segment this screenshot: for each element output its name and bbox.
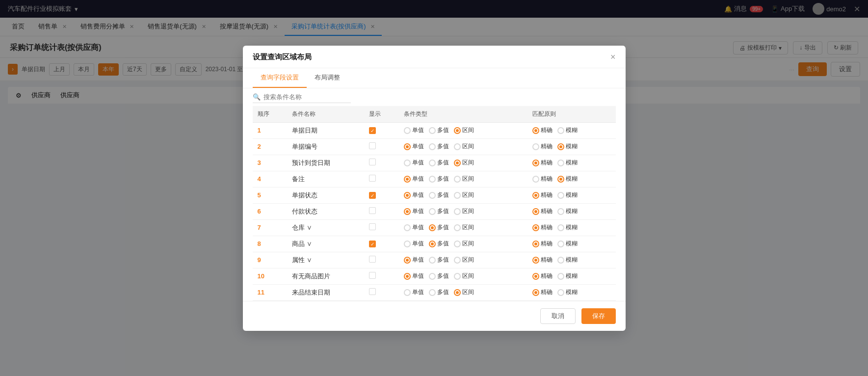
match-radio-option[interactable]: 精确 xyxy=(532,126,552,134)
match-radio-option[interactable]: 精确 xyxy=(532,207,552,215)
display-checkbox[interactable] xyxy=(369,192,376,199)
match-radio-option[interactable]: 精确 xyxy=(532,159,552,167)
radio-circle xyxy=(532,176,539,183)
radio-circle xyxy=(532,273,539,278)
type-radio-option[interactable]: 区间 xyxy=(454,240,474,248)
display-checkbox[interactable] xyxy=(369,175,376,182)
match-radio-option[interactable]: 模糊 xyxy=(557,223,578,232)
row-display[interactable] xyxy=(364,171,399,187)
radio-circle xyxy=(404,127,411,134)
dialog-tab-layout[interactable]: 布局调整 xyxy=(307,68,348,88)
radio-circle xyxy=(532,192,539,199)
display-checkbox[interactable] xyxy=(369,207,376,214)
radio-circle xyxy=(557,273,564,278)
row-name: 单据状态 xyxy=(287,187,364,203)
type-radio-option[interactable]: 单值 xyxy=(404,272,424,277)
type-radio-option[interactable]: 多值 xyxy=(429,191,449,199)
type-radio-option[interactable]: 区间 xyxy=(454,175,474,183)
type-radio-option[interactable]: 多值 xyxy=(429,159,449,167)
match-radio-option[interactable]: 模糊 xyxy=(557,142,578,151)
radio-circle xyxy=(429,273,436,278)
row-type: 单值多值区间 xyxy=(399,138,527,155)
type-radio-option[interactable]: 多值 xyxy=(429,272,449,277)
type-radio-option[interactable]: 区间 xyxy=(454,191,474,199)
match-radio-option[interactable]: 模糊 xyxy=(557,256,578,264)
radio-circle xyxy=(404,273,411,278)
type-radio-option[interactable]: 区间 xyxy=(454,256,474,264)
match-radio-option[interactable]: 模糊 xyxy=(557,159,578,167)
type-radio-option[interactable]: 单值 xyxy=(404,223,424,232)
display-checkbox[interactable] xyxy=(369,159,376,165)
match-radio-option[interactable]: 精确 xyxy=(532,175,552,183)
row-display[interactable] xyxy=(364,138,399,155)
row-display[interactable] xyxy=(364,236,399,252)
row-display[interactable] xyxy=(364,252,399,268)
match-radio-option[interactable]: 模糊 xyxy=(557,207,578,215)
display-checkbox[interactable] xyxy=(369,256,376,263)
radio-circle xyxy=(532,127,539,134)
type-radio-option[interactable]: 多值 xyxy=(429,240,449,248)
type-radio-option[interactable]: 多值 xyxy=(429,175,449,183)
row-display[interactable] xyxy=(364,155,399,171)
match-radio-option[interactable]: 精确 xyxy=(532,272,552,277)
radio-circle xyxy=(454,176,461,183)
radio-circle xyxy=(532,208,539,215)
type-radio-option[interactable]: 区间 xyxy=(454,142,474,151)
row-seq: 5 xyxy=(253,187,288,203)
dialog-header: 设置查询区域布局 × xyxy=(243,46,626,68)
row-display[interactable] xyxy=(364,219,399,236)
type-radio-option[interactable]: 区间 xyxy=(454,223,474,232)
row-display[interactable] xyxy=(364,122,399,138)
dialog-tab-query[interactable]: 查询字段设置 xyxy=(253,68,307,88)
match-radio-option[interactable]: 精确 xyxy=(532,191,552,199)
type-radio-option[interactable]: 区间 xyxy=(454,126,474,134)
type-radio-option[interactable]: 区间 xyxy=(454,272,474,277)
search-icon: 🔍 xyxy=(253,93,261,101)
match-radio-option[interactable]: 模糊 xyxy=(557,272,578,277)
display-checkbox[interactable] xyxy=(369,241,376,247)
search-input[interactable] xyxy=(263,93,342,101)
match-radio-option[interactable]: 模糊 xyxy=(557,175,578,183)
type-radio-option[interactable]: 单值 xyxy=(404,191,424,199)
type-radio-option[interactable]: 单值 xyxy=(404,175,424,183)
display-checkbox[interactable] xyxy=(369,127,376,134)
match-radio-option[interactable]: 模糊 xyxy=(557,191,578,199)
type-radio-option[interactable]: 多值 xyxy=(429,223,449,232)
row-type: 单值多值区间 xyxy=(399,171,527,187)
dialog-close-button[interactable]: × xyxy=(610,53,616,61)
type-radio-option[interactable]: 单值 xyxy=(404,256,424,264)
settings-dialog: 设置查询区域布局 × 查询字段设置 布局调整 🔍 顺序 条件名称 显示 xyxy=(243,46,626,278)
row-type: 单值多值区间 xyxy=(399,203,527,219)
radio-circle xyxy=(557,127,564,134)
row-display[interactable] xyxy=(364,187,399,203)
row-name: 单据日期 xyxy=(287,122,364,138)
display-checkbox[interactable] xyxy=(369,272,376,277)
match-radio-option[interactable]: 精确 xyxy=(532,223,552,232)
row-match: 精确模糊 xyxy=(527,219,616,236)
display-checkbox[interactable] xyxy=(369,142,376,149)
row-display[interactable] xyxy=(364,203,399,219)
match-radio-option[interactable]: 精确 xyxy=(532,240,552,248)
type-radio-option[interactable]: 单值 xyxy=(404,240,424,248)
type-radio-option[interactable]: 多值 xyxy=(429,207,449,215)
type-radio-option[interactable]: 单值 xyxy=(404,142,424,151)
display-checkbox[interactable] xyxy=(369,223,376,230)
table-row: 2单据编号单值多值区间精确模糊 xyxy=(253,138,616,155)
match-radio-option[interactable]: 精确 xyxy=(532,256,552,264)
type-radio-option[interactable]: 区间 xyxy=(454,207,474,215)
type-radio-option[interactable]: 单值 xyxy=(404,126,424,134)
radio-circle xyxy=(557,176,564,183)
type-radio-option[interactable]: 多值 xyxy=(429,256,449,264)
table-row: 7仓库 ∨单值多值区间精确模糊 xyxy=(253,219,616,236)
type-radio-option[interactable]: 多值 xyxy=(429,126,449,134)
type-radio-option[interactable]: 单值 xyxy=(404,207,424,215)
radio-circle xyxy=(429,224,436,231)
type-radio-option[interactable]: 单值 xyxy=(404,159,424,167)
type-radio-option[interactable]: 多值 xyxy=(429,142,449,151)
match-radio-option[interactable]: 精确 xyxy=(532,142,552,151)
match-radio-option[interactable]: 模糊 xyxy=(557,240,578,248)
match-radio-option[interactable]: 模糊 xyxy=(557,126,578,134)
type-radio-option[interactable]: 区间 xyxy=(454,159,474,167)
row-display[interactable] xyxy=(364,268,399,277)
radio-circle xyxy=(429,143,436,150)
